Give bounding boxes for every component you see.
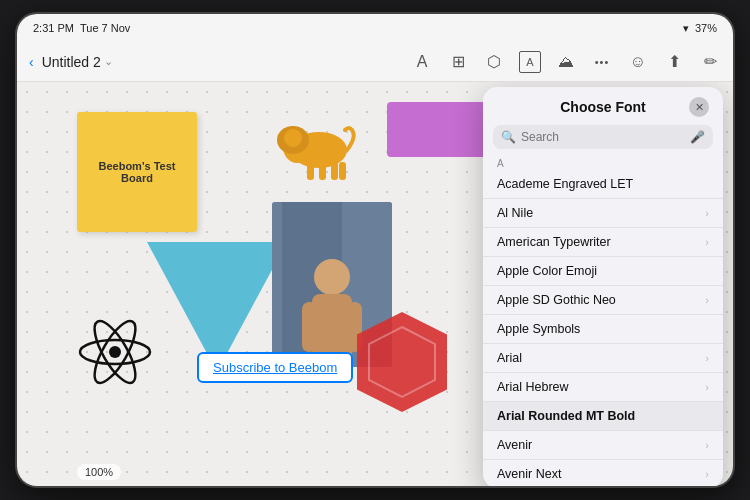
canvas: Beebom's Test Board [17,82,733,488]
zoom-indicator: 100% [77,464,121,480]
font-panel-header: Choose Font ✕ [483,87,723,123]
toolbar-actions: A ⊞ ⬡ A ⛰ ••• ☺ ⬆ ✏ [411,51,721,73]
atom-icon[interactable] [75,312,155,403]
title-chevron-icon: ⌄ [104,55,113,68]
font-list-item[interactable]: Arial Hebrew› [483,373,723,402]
image-icon[interactable]: ⛰ [555,51,577,73]
font-list: Academe Engraved LET›Al Nile›American Ty… [483,170,723,488]
sticky-note-yellow[interactable]: Beebom's Test Board [77,112,197,232]
emoji-icon[interactable]: ☺ [627,51,649,73]
font-item-name: Arial Rounded MT Bold [497,409,635,423]
shapes-icon[interactable]: ⬡ [483,51,505,73]
purple-rectangle[interactable] [387,102,497,157]
font-item-name: Avenir Next [497,467,561,481]
font-item-name: Apple Symbols [497,322,580,336]
font-list-item[interactable]: Avenir› [483,431,723,460]
svg-rect-6 [319,162,326,180]
search-input[interactable] [521,130,685,144]
chevron-right-icon: › [705,352,709,364]
chevron-right-icon: › [705,236,709,248]
text-style-icon[interactable]: A [411,51,433,73]
battery-label: 37% [695,22,717,34]
chevron-right-icon: › [705,207,709,219]
chevron-right-icon: › [705,468,709,480]
sticky-note-text: Beebom's Test Board [87,160,187,184]
hexagon-shape[interactable] [347,307,457,417]
subscribe-button[interactable]: Subscribe to Beebom [197,352,353,383]
chevron-right-icon: › [705,439,709,451]
font-list-item[interactable]: Academe Engraved LET› [483,170,723,199]
font-list-item[interactable]: Apple Symbols› [483,315,723,344]
font-item-name: Avenir [497,438,532,452]
svg-rect-5 [307,162,314,180]
font-item-name: American Typewriter [497,235,611,249]
font-item-name: Arial Hebrew [497,380,569,394]
svg-point-11 [314,259,350,295]
font-list-item[interactable]: Al Nile› [483,199,723,228]
date: Tue 7 Nov [80,22,130,34]
table-icon[interactable]: ⊞ [447,51,469,73]
more-icon[interactable]: ••• [591,51,613,73]
font-item-name: Academe Engraved LET [497,177,633,191]
edit-icon[interactable]: ✏ [699,51,721,73]
font-item-name: Al Nile [497,206,533,220]
font-item-name: Apple SD Gothic Neo [497,293,616,307]
font-panel-title: Choose Font [517,99,689,115]
font-list-item[interactable]: Apple Color Emoji› [483,257,723,286]
status-right: ▾ 37% [683,22,717,35]
font-panel: Choose Font ✕ 🔍 🎤 A Academe Engraved LET… [483,87,723,488]
back-button[interactable]: ‹ [29,54,34,70]
lion-shape[interactable] [267,112,357,195]
time: 2:31 PM [33,22,74,34]
textbox-icon[interactable]: A [519,51,541,73]
font-list-item[interactable]: Apple SD Gothic Neo› [483,286,723,315]
microphone-icon[interactable]: 🎤 [690,130,705,144]
tablet: 2:31 PM Tue 7 Nov ▾ 37% ‹ Untitled 2 ⌄ A… [15,12,735,488]
status-left: 2:31 PM Tue 7 Nov [33,22,130,34]
chevron-right-icon: › [705,294,709,306]
back-chevron-icon: ‹ [29,54,34,70]
font-section-a: A [483,155,723,170]
svg-point-4 [284,129,302,147]
font-list-item[interactable]: Arial Rounded MT Bold› [483,402,723,431]
font-search-bar[interactable]: 🔍 🎤 [493,125,713,149]
font-list-item[interactable]: Avenir Next› [483,460,723,488]
font-list-item[interactable]: Arial› [483,344,723,373]
font-item-name: Apple Color Emoji [497,264,597,278]
document-title[interactable]: Untitled 2 ⌄ [42,54,403,70]
svg-point-17 [109,346,121,358]
share-icon[interactable]: ⬆ [663,51,685,73]
toolbar: ‹ Untitled 2 ⌄ A ⊞ ⬡ A ⛰ ••• ☺ ⬆ ✏ [17,42,733,82]
font-item-name: Arial [497,351,522,365]
svg-rect-8 [339,162,346,180]
status-bar: 2:31 PM Tue 7 Nov ▾ 37% [17,14,733,42]
svg-rect-13 [302,302,317,352]
chevron-right-icon: › [705,381,709,393]
font-panel-close-button[interactable]: ✕ [689,97,709,117]
search-icon: 🔍 [501,130,516,144]
font-list-item[interactable]: American Typewriter› [483,228,723,257]
wifi-icon: ▾ [683,22,689,35]
svg-rect-7 [331,162,338,180]
